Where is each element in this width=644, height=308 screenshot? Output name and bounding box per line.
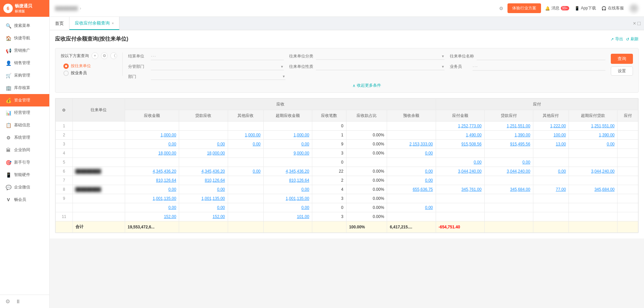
sidebar-settings-icon[interactable]: ⚙ (5, 298, 10, 305)
cell-overdue-recv[interactable]: 9,000.00 (263, 149, 312, 158)
tab-home[interactable]: 首页 (50, 17, 69, 30)
sidebar-item-basic-info[interactable]: 📋 基础信息 (0, 119, 49, 131)
cell-overdue-recv[interactable]: 0.00 (263, 185, 312, 194)
notification-btn[interactable]: 🔔 消息 99+ (545, 5, 569, 11)
sidebar-item-inventory[interactable]: 🏢 库存核算 (0, 82, 49, 94)
filter-add-btn[interactable]: + (92, 52, 98, 59)
tab-receivable-payable[interactable]: 应收应付余额查询 × (69, 17, 119, 30)
cell-overdue-recv[interactable]: 0.00 (263, 140, 312, 149)
cell-pay-amt[interactable]: 915,508.56 (436, 140, 484, 149)
sidebar-item-search-menu[interactable]: 🔍 搜索菜单 (0, 19, 49, 32)
cell-loan-recv[interactable]: 0.00 (179, 185, 228, 194)
vendor-category-select[interactable]: ▼ (316, 53, 445, 60)
cell-adv-bal[interactable] (387, 158, 436, 167)
cell-pay-amt[interactable]: 345,761.00 (436, 185, 484, 194)
cell-loan-pay[interactable]: 915,495.56 (484, 140, 533, 149)
cell-overdue-recv[interactable] (263, 158, 312, 167)
cell-other-recv[interactable] (228, 176, 263, 185)
window-close-icon[interactable]: × (633, 20, 636, 27)
cell-overdue-pay[interactable] (569, 149, 618, 158)
settings-button[interactable]: 设置 (611, 67, 633, 76)
cell-adv-bal[interactable]: 0.00 (387, 176, 436, 185)
cell-other-recv[interactable] (228, 185, 263, 194)
cell-overdue-pay[interactable]: 0.00 (569, 140, 618, 149)
cell-other-pay[interactable] (533, 203, 569, 212)
cell-recv-amt[interactable]: 152.00 (125, 212, 179, 221)
cell-recv-amt[interactable]: 0.00 (125, 140, 179, 149)
sidebar-item-newbie[interactable]: 🎯 新手引导 (0, 156, 49, 169)
cell-overdue-pay[interactable]: 345,684.00 (569, 185, 618, 194)
refresh-btn[interactable]: ↺ 刷新 (626, 36, 639, 42)
cell-overdue-pay[interactable] (569, 203, 618, 212)
salesman-input[interactable]: ··· (473, 63, 605, 71)
managing-dept-select[interactable]: ▼ (151, 63, 284, 70)
cell-other-pay[interactable] (533, 158, 569, 167)
cell-adv-bal[interactable]: 0.00 (387, 167, 436, 176)
cell-loan-recv[interactable]: 1,001,135.00 (179, 194, 228, 203)
sidebar-item-system[interactable]: ⚙ 系统管理 (0, 131, 49, 144)
cell-other-pay[interactable] (533, 194, 569, 203)
cell-overdue-recv[interactable]: 4,345,436.20 (263, 167, 312, 176)
cell-recv-amt[interactable]: 810,126.64 (125, 176, 179, 185)
sidebar-item-enterprise[interactable]: 🏛 企业协同 (0, 144, 49, 156)
export-btn[interactable]: ↗ 导出 (610, 36, 623, 42)
cell-other-pay[interactable] (533, 212, 569, 221)
cell-loan-recv[interactable]: 18,000.00 (179, 149, 228, 158)
online-support-btn[interactable]: 🎧 在线客服 (601, 5, 624, 11)
cell-loan-recv[interactable] (179, 122, 228, 131)
cell-adv-bal[interactable] (387, 122, 436, 131)
cell-adv-bal[interactable]: 2,153,333.00 (387, 140, 436, 149)
sidebar-item-enterprise-wechat[interactable]: 💬 企业微信 (0, 181, 49, 193)
window-maximize-icon[interactable]: □ (637, 20, 641, 27)
cell-overdue-recv[interactable]: 810,126.64 (263, 176, 312, 185)
cell-recv-amt[interactable]: 4,345,436.20 (125, 167, 179, 176)
tab-close-icon[interactable]: × (112, 21, 114, 25)
cell-other-pay[interactable]: 100.00 (533, 131, 569, 140)
cell-loan-pay[interactable]: 3,044,240.00 (484, 167, 533, 176)
sidebar-collapse-icon[interactable]: ⏸ (15, 299, 21, 305)
cell-overdue-pay[interactable] (569, 176, 618, 185)
sidebar-item-marketing[interactable]: 📢 营销推广 (0, 44, 49, 57)
cell-recv-amt[interactable] (125, 158, 179, 167)
cell-loan-pay[interactable]: 0.00 (484, 158, 533, 167)
cell-adv-bal[interactable]: 0.00 (387, 149, 436, 158)
filter-option-vendor[interactable]: 按往来单位 (63, 63, 117, 69)
cell-pay-amt[interactable]: 1,252,773.00 (436, 122, 484, 131)
cell-overdue-pay[interactable]: 1,251,551.00 (569, 122, 618, 131)
cell-other-recv[interactable] (228, 203, 263, 212)
cell-loan-pay[interactable]: 1,251,551.00 (484, 122, 533, 131)
sidebar-item-sales[interactable]: 👤 销售管理 (0, 57, 49, 69)
cell-other-pay[interactable] (533, 149, 569, 158)
cell-other-recv[interactable] (228, 212, 263, 221)
cell-loan-recv[interactable]: 152.00 (179, 212, 228, 221)
settlement-unit-input[interactable]: ··· (151, 52, 284, 60)
cell-adv-bal[interactable] (387, 194, 436, 203)
cell-loan-recv[interactable]: 810,126.64 (179, 176, 228, 185)
cell-loan-pay[interactable] (484, 203, 533, 212)
vendor-nature-select[interactable]: ▼ (316, 63, 445, 70)
table-settings-icon[interactable]: ⚙ (62, 108, 66, 113)
cell-loan-pay[interactable] (484, 149, 533, 158)
cell-loan-recv[interactable] (179, 158, 228, 167)
cell-overdue-recv[interactable]: 1,000.00 (263, 131, 312, 140)
sidebar-item-member[interactable]: V 畅会员 (0, 193, 49, 206)
cell-other-pay[interactable]: 1,222.00 (533, 122, 569, 131)
trial-btn[interactable]: 体验行业方案 (507, 3, 541, 13)
cell-other-pay[interactable] (533, 176, 569, 185)
sidebar-item-finance[interactable]: 💰 资金管理 (0, 94, 49, 106)
sidebar-item-purchase[interactable]: 🛒 采购管理 (0, 69, 49, 82)
cell-loan-pay[interactable]: 345,684.00 (484, 185, 533, 194)
cell-overdue-recv[interactable]: 0.00 (263, 203, 312, 212)
cell-pay-amt[interactable] (436, 176, 484, 185)
cell-loan-recv[interactable]: 0.00 (179, 140, 228, 149)
cell-other-recv[interactable]: 0.00 (228, 167, 263, 176)
cell-other-recv[interactable] (228, 122, 263, 131)
header-gear-icon[interactable]: ⚙ (499, 6, 503, 11)
cell-overdue-recv[interactable] (263, 122, 312, 131)
cell-overdue-pay[interactable] (569, 158, 618, 167)
cell-other-recv[interactable] (228, 158, 263, 167)
cell-other-recv[interactable] (228, 149, 263, 158)
cell-loan-pay[interactable] (484, 176, 533, 185)
cell-overdue-pay[interactable] (569, 194, 618, 203)
cell-overdue-pay[interactable]: 1,390.00 (569, 131, 618, 140)
